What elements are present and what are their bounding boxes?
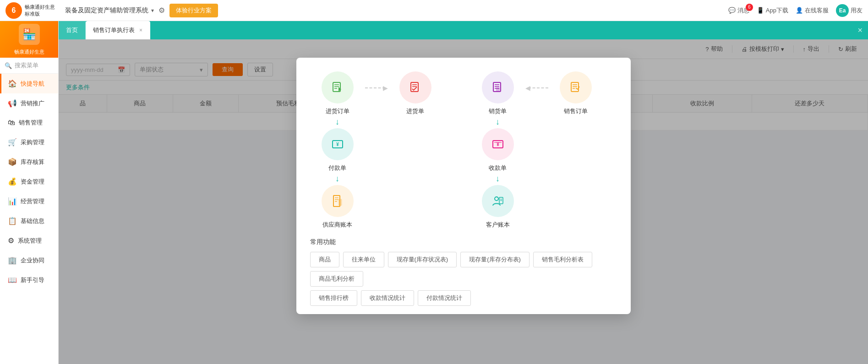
shopping-icon: 🛍: [8, 119, 15, 127]
func-btn-contacts[interactable]: 往来单位: [343, 252, 384, 267]
message-button[interactable]: 💬 消息 6: [728, 6, 749, 15]
payment-bill-label: 付款单: [328, 164, 346, 172]
user-menu-button[interactable]: Ea 用友: [836, 4, 863, 17]
book-icon: 📖: [8, 276, 17, 284]
phone-icon: 📱: [757, 7, 764, 14]
chart-icon: 📊: [8, 197, 17, 206]
sales-bill-col: 销货单 ↓ ¥: [470, 71, 525, 229]
logo-area: 6 畅康通好生意 标准版: [5, 2, 60, 19]
modal-content: 进货订单 ↓ ¥: [296, 58, 631, 314]
arrow-h-2: ◀: [525, 71, 548, 92]
svg-point-32: [495, 197, 498, 201]
experience-button[interactable]: 体验行业方案: [169, 4, 218, 17]
arrow-down-2: ↓: [496, 115, 500, 128]
func-btn-stock-status[interactable]: 现存量(库存状况表): [388, 252, 457, 267]
func-btn-product[interactable]: 商品: [310, 252, 339, 267]
box-icon: 📦: [8, 158, 17, 166]
sidebar-item-inventory[interactable]: 📦 库存核算: [0, 152, 58, 172]
sidebar-item-operations[interactable]: 📊 经营管理: [0, 191, 58, 211]
sys-dropdown-button[interactable]: ▾: [151, 7, 154, 14]
search-icon: 🔍: [5, 62, 12, 69]
func-btn-product-margin[interactable]: 商品毛利分析: [310, 271, 363, 287]
app-download-button[interactable]: 📱 App下载: [757, 6, 788, 15]
func-btn-stock-distribution[interactable]: 现存量(库存分布表): [460, 252, 530, 267]
sidebar-logo: 🏪 畅康通好生意: [0, 21, 58, 58]
settings-icon: ⚙: [8, 236, 14, 245]
svg-rect-37: [571, 82, 579, 92]
svg-point-31: [490, 193, 506, 209]
app-container: 6 畅康通好生意 标准版 装备及固定资产辅助管理系统 ▾ ⚙ 体验行业方案 💬 …: [0, 0, 868, 364]
gear-button[interactable]: ⚙: [158, 6, 165, 15]
online-service-button[interactable]: 👤 在线客服: [796, 6, 829, 15]
enterprise-icon: 🏢: [8, 256, 17, 265]
main-area: 🏪 畅康通好生意 🔍 搜索菜单 🏠 快捷导航 📢 营销推广 🛍 销售管理 🛒: [0, 21, 868, 364]
sales-order-col: 销售订单: [548, 71, 603, 115]
flow-item-sales-order[interactable]: 销售订单: [548, 71, 603, 115]
flow-item-purchase-order[interactable]: 进货订单: [310, 71, 365, 115]
purchase-order-label: 进货订单: [326, 107, 349, 115]
close-all-tabs-button[interactable]: ×: [852, 26, 868, 35]
home-icon: 🏠: [8, 79, 17, 88]
arrow-down-1: ↓: [335, 115, 339, 128]
purchase-flow: 进货订单 ↓ ¥: [310, 71, 365, 229]
sidebar-item-quick-nav[interactable]: 🏠 快捷导航: [0, 74, 58, 93]
modal-overlay[interactable]: 进货订单 ↓ ¥: [59, 39, 868, 364]
tab-home[interactable]: 首页: [59, 21, 86, 39]
sales-order-circle: [560, 71, 592, 103]
common-functions-section: 常用功能 商品 往来单位 现存量(库存状况表) 现存量(库存分布表) 销售毛利分…: [310, 238, 617, 306]
tab-close-button[interactable]: ×: [139, 27, 142, 33]
sidebar-brand-icon: 🏪: [19, 24, 40, 45]
flow-item-receipt-bill[interactable]: ¥ 收款单: [470, 128, 525, 172]
money-icon: 💰: [8, 177, 17, 186]
user-avatar: Ea: [836, 4, 849, 17]
payment-bill-icon: ¥: [329, 136, 346, 152]
purchase-bill-circle: [399, 71, 431, 103]
supplier-ledger-label: 供应商账本: [322, 221, 352, 229]
flow-item-supplier-ledger[interactable]: 供应商账本: [310, 185, 365, 229]
func-btn-sales-margin[interactable]: 销售毛利分析表: [533, 252, 592, 267]
sidebar-item-finance[interactable]: 💰 资金管理: [0, 172, 58, 191]
arrow-down-4: ↓: [496, 172, 500, 185]
purchase-bill-icon: [407, 79, 424, 96]
customer-ledger-circle: [482, 185, 514, 217]
sidebar-item-system[interactable]: ⚙ 系统管理: [0, 231, 58, 250]
svg-point-17: [407, 79, 424, 96]
sidebar-item-sales[interactable]: 🛍 销售管理: [0, 113, 58, 132]
sidebar-item-beginner[interactable]: 📖 新手引导: [0, 270, 58, 290]
func-btn-receipt-stats[interactable]: 收款情况统计: [361, 290, 414, 306]
sidebar-item-basic-info[interactable]: 📋 基础信息: [0, 211, 58, 231]
service-icon: 👤: [796, 7, 803, 14]
customer-ledger-icon: [490, 193, 506, 209]
purchase-bill-label: 进货单: [406, 107, 424, 115]
flow-item-payment-bill[interactable]: ¥ 付款单: [310, 128, 365, 172]
tab-sales-order-execution[interactable]: 销售订单执行表 ×: [86, 21, 150, 39]
sidebar-search[interactable]: 🔍 搜索菜单: [0, 58, 58, 74]
customer-ledger-label: 客户账本: [486, 221, 510, 229]
app-logo-icon: 6: [5, 2, 22, 19]
sidebar-item-marketing[interactable]: 📢 营销推广: [0, 93, 58, 113]
search-label: 搜索菜单: [15, 61, 38, 70]
function-buttons-row-2: 销售排行榜 收款情况统计 付款情况统计: [310, 290, 617, 306]
flow-item-sales-bill[interactable]: 销货单: [470, 71, 525, 115]
func-btn-payment-stats[interactable]: 付款情况统计: [418, 290, 471, 306]
sidebar-item-enterprise[interactable]: 🏢 企业协同: [0, 250, 58, 270]
sidebar-item-purchase[interactable]: 🛒 采购管理: [0, 132, 58, 152]
clipboard-icon: 📋: [8, 217, 17, 225]
cart-icon: 🛒: [8, 138, 17, 147]
modal-box: 进货订单 ↓ ¥: [296, 58, 631, 314]
content-area: 首页 销售订单执行表 × × ? 帮助: [59, 21, 868, 364]
purchase-bill-col: 进货单: [388, 71, 443, 115]
payment-bill-circle: ¥: [322, 128, 354, 160]
flow-item-purchase-bill[interactable]: 进货单: [388, 71, 443, 115]
sales-bill-icon: [490, 79, 506, 96]
supplier-ledger-circle: [322, 185, 354, 217]
content-body: ? 帮助 🖨 按模板打印 ▾ ↑ 导出: [59, 39, 868, 364]
message-icon: 💬: [728, 7, 736, 14]
receipt-bill-icon: ¥: [490, 136, 506, 152]
arrow-down-3: ↓: [335, 172, 339, 185]
func-btn-sales-rank[interactable]: 销售排行榜: [310, 290, 357, 306]
message-badge: 6: [746, 4, 753, 11]
receipt-bill-circle: ¥: [482, 128, 514, 160]
purchase-order-icon: [329, 79, 346, 96]
flow-item-customer-ledger[interactable]: 客户账本: [470, 185, 525, 229]
